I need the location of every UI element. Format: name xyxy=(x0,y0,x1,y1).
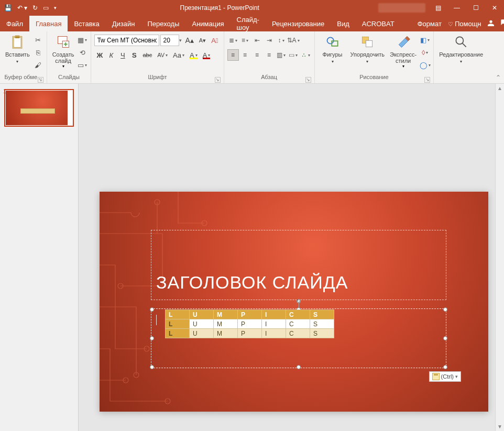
table-row[interactable]: LUMPICS xyxy=(166,319,334,329)
scroll-up-icon[interactable]: ▲ xyxy=(496,84,504,93)
align-left-icon[interactable]: ≡ xyxy=(227,49,239,61)
rotate-handle[interactable] xyxy=(297,299,301,303)
resize-handle[interactable] xyxy=(150,307,154,312)
shape-outline-icon[interactable]: ◊ xyxy=(420,47,430,58)
line-spacing-icon[interactable]: ↕ xyxy=(276,35,287,46)
font-name-input[interactable] xyxy=(94,35,159,46)
bullets-icon[interactable]: ≣ xyxy=(227,35,239,46)
vertical-scrollbar[interactable]: ▲ ▼ xyxy=(495,84,504,431)
resize-handle[interactable] xyxy=(443,336,447,340)
align-right-icon[interactable]: ≡ xyxy=(251,49,263,61)
collapse-ribbon-icon[interactable]: ⌃ xyxy=(496,74,501,81)
increase-font-icon[interactable]: A▴ xyxy=(183,35,195,46)
tell-me[interactable]: Помощн xyxy=(448,20,481,28)
tab-slideshow[interactable]: Слайд-шоу xyxy=(231,16,266,31)
format-painter-icon[interactable]: 🖌 xyxy=(33,60,43,70)
columns-icon[interactable]: ▥ xyxy=(276,49,287,61)
table-row[interactable]: LUMPICS xyxy=(166,329,334,338)
shape-fill-icon[interactable]: ◧ xyxy=(420,35,430,45)
close-icon[interactable]: ✕ xyxy=(485,4,504,12)
maximize-icon[interactable]: ☐ xyxy=(466,4,485,12)
font-size-input[interactable] xyxy=(160,35,179,46)
table-header-row[interactable]: LUMPICS xyxy=(166,310,334,319)
resize-handle[interactable] xyxy=(443,307,447,312)
redo-icon[interactable]: ↻ xyxy=(32,4,38,12)
numbering-icon[interactable]: ≡ xyxy=(239,35,251,46)
tab-view[interactable]: Вид xyxy=(331,16,356,31)
shadow-icon[interactable]: S xyxy=(129,49,139,61)
minimize-icon[interactable]: — xyxy=(447,4,466,12)
copy-icon[interactable]: ⎘ xyxy=(33,47,43,58)
title-bar: 💾 ↶ ▾ ↻ ▭ ▾ Презентация1 - PowerPoint ▤ … xyxy=(0,0,504,16)
slide-thumbnail-1[interactable]: 1 xyxy=(4,89,74,127)
align-text-icon[interactable]: ▭ xyxy=(288,49,299,61)
pasted-table[interactable]: LUMPICS LUMPICS LUMPICS xyxy=(165,310,334,338)
save-icon[interactable]: 💾 xyxy=(4,4,12,12)
text-direction-icon[interactable]: ⇅A xyxy=(288,35,299,46)
char-spacing-icon[interactable]: AV xyxy=(155,49,170,61)
share-icon[interactable] xyxy=(487,19,495,29)
tab-design[interactable]: Дизайн xyxy=(106,16,141,31)
tab-review[interactable]: Рецензирование xyxy=(266,16,331,31)
paragraph-dialog-launcher[interactable]: ↘ xyxy=(305,77,311,83)
decrease-font-icon[interactable]: A▾ xyxy=(197,35,208,46)
slide-canvas[interactable]: ЗАГОЛОВОК СЛАЙДА LUMPICS xyxy=(79,84,504,431)
resize-handle[interactable] xyxy=(297,365,301,369)
new-slide-button[interactable]: Создать слайд ▾ xyxy=(50,32,76,70)
smartart-icon[interactable]: ⛬ xyxy=(300,49,311,61)
underline-icon[interactable]: Ч xyxy=(117,49,128,61)
comments-icon[interactable] xyxy=(500,19,504,29)
align-center-icon[interactable]: ≡ xyxy=(239,49,251,61)
undo-icon[interactable]: ↶ ▾ xyxy=(17,4,27,12)
ribbon-display-options-icon[interactable]: ▤ xyxy=(429,4,447,12)
tab-transitions[interactable]: Переходы xyxy=(141,16,185,31)
quick-styles-icon xyxy=(395,34,412,50)
bold-icon[interactable]: Ж xyxy=(94,49,105,61)
italic-icon[interactable]: К xyxy=(106,49,116,61)
tab-file[interactable]: Файл xyxy=(0,16,29,31)
quick-styles-button[interactable]: Экспресс- стили ▾ xyxy=(388,32,419,70)
tab-format[interactable]: Формат xyxy=(411,16,448,31)
reset-icon[interactable]: ⟲ xyxy=(77,47,87,58)
tab-home[interactable]: Главная xyxy=(29,16,68,31)
window-title: Презентация1 - PowerPoint xyxy=(61,4,378,12)
account-name[interactable] xyxy=(378,3,425,13)
font-color-icon[interactable]: A xyxy=(201,49,213,61)
scroll-down-icon[interactable]: ▼ xyxy=(496,422,504,431)
drawing-dialog-launcher[interactable]: ↘ xyxy=(424,77,430,83)
start-from-beginning-icon[interactable]: ▭ xyxy=(43,4,49,12)
svg-rect-0 xyxy=(14,37,21,47)
slide-title-text[interactable]: ЗАГОЛОВОК СЛАЙДА xyxy=(156,272,348,293)
increase-indent-icon[interactable]: ⇥ xyxy=(264,35,275,46)
font-dialog-launcher[interactable]: ↘ xyxy=(215,77,221,83)
resize-handle[interactable] xyxy=(150,365,154,369)
cut-icon[interactable]: ✂ xyxy=(33,35,43,45)
tab-insert[interactable]: Вставка xyxy=(68,16,105,31)
shape-effects-icon[interactable]: ◯ xyxy=(420,60,430,70)
resize-handle[interactable] xyxy=(443,365,447,369)
content-placeholder[interactable]: LUMPICS LUMPICS LUMPICS (Ctrl) xyxy=(152,310,445,367)
tab-acrobat[interactable]: ACROBAT xyxy=(356,16,401,31)
justify-icon[interactable]: ≡ xyxy=(264,49,275,61)
resize-handle[interactable] xyxy=(150,336,154,340)
shapes-button[interactable]: Фигуры▾ xyxy=(318,32,347,66)
section-icon[interactable]: ▭ xyxy=(77,60,87,70)
editing-button[interactable]: Редактирование▾ xyxy=(437,32,485,66)
slide[interactable]: ЗАГОЛОВОК СЛАЙДА LUMPICS xyxy=(100,192,488,412)
group-clipboard: Вставить▾ ✂ ⎘ 🖌 Буфер обме...↘ xyxy=(0,31,47,83)
tab-animation[interactable]: Анимация xyxy=(185,16,230,31)
change-case-icon[interactable]: Aa xyxy=(171,49,187,61)
paste-button[interactable]: Вставить▾ xyxy=(3,32,32,66)
paste-options-button[interactable]: (Ctrl) xyxy=(429,371,461,382)
decrease-indent-icon[interactable]: ⇤ xyxy=(251,35,263,46)
highlight-color-icon[interactable]: A xyxy=(188,49,200,61)
strikethrough-icon[interactable]: abc xyxy=(140,49,154,61)
clipboard-dialog-launcher[interactable]: ↘ xyxy=(38,77,43,83)
layout-icon[interactable]: ▦ xyxy=(77,35,87,45)
ribbon-tabs: Файл Главная Вставка Дизайн Переходы Ани… xyxy=(0,16,504,31)
thumbnail-pane[interactable]: 1 xyxy=(0,84,79,431)
clear-formatting-icon[interactable]: A⃠ xyxy=(209,35,220,46)
qat-more-icon[interactable]: ▾ xyxy=(54,5,57,10)
arrange-button[interactable]: Упорядочить▾ xyxy=(348,32,387,66)
title-placeholder[interactable]: ЗАГОЛОВОК СЛАЙДА xyxy=(152,231,445,299)
